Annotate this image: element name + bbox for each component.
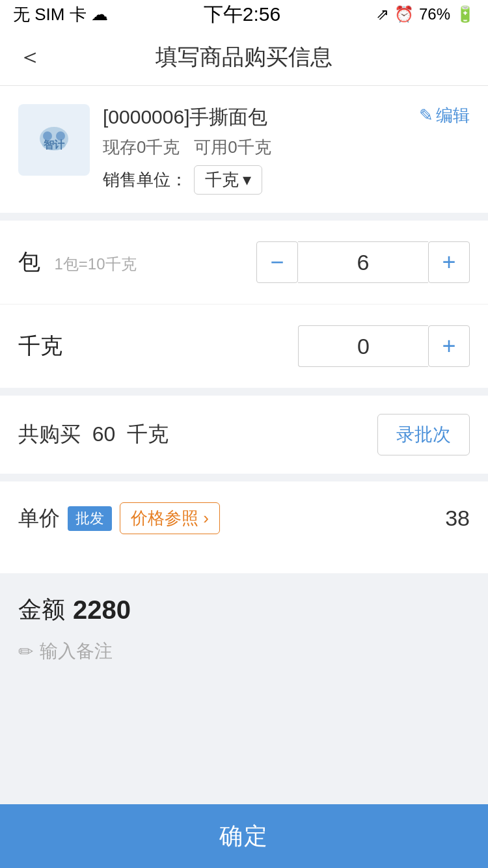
sim-status: 无 SIM 卡 ☁: [13, 3, 108, 26]
total-text: 共购买 60 千克: [18, 420, 169, 449]
alarm-icon: ⏰: [394, 5, 414, 23]
plus-button-bag[interactable]: +: [428, 241, 470, 283]
remark-row[interactable]: ✏ 输入备注: [18, 639, 470, 664]
price-row: 单价 批发 价格参照 › 38: [18, 502, 470, 534]
unit-select[interactable]: 千克 ▾: [194, 165, 262, 195]
stock-available: 可用0千克: [194, 137, 271, 157]
product-logo-icon: 智计: [34, 120, 74, 159]
battery-icon: 🔋: [455, 5, 475, 23]
amount-section: 金额 2280 ✏ 输入备注: [0, 573, 488, 677]
total-row: 共购买 60 千克 录批次: [0, 396, 488, 474]
product-info: [0000006]手撕面包 ✎ 编辑 现存0千克 可用0千克 销售单位： 千克 …: [103, 104, 470, 195]
status-right: ⇗ ⏰ 76% 🔋: [376, 5, 475, 23]
pencil-icon: ✏: [18, 641, 33, 662]
status-left: 无 SIM 卡 ☁: [13, 3, 108, 26]
product-thumbnail: 智计: [18, 104, 90, 176]
qty-row-bag: 包 1包=10千克 − +: [0, 221, 488, 305]
battery-level: 76%: [419, 5, 450, 23]
unit-label: 销售单位：: [103, 169, 187, 191]
amount-label: 金额: [18, 594, 65, 626]
status-time: 下午2:56: [204, 1, 280, 28]
confirm-button[interactable]: 确定: [0, 804, 488, 868]
batch-tag: 批发: [68, 506, 112, 531]
qty-controls-kg: +: [298, 325, 470, 367]
total-unit: 千克: [127, 422, 169, 446]
stock-current: 现存0千克: [103, 137, 180, 157]
svg-text:智计: 智计: [43, 139, 65, 150]
qty-controls-bag: − +: [256, 241, 470, 283]
qty-label-kg: 千克: [18, 331, 298, 361]
price-value: 38: [445, 506, 470, 531]
minus-button-bag[interactable]: −: [256, 241, 298, 283]
plus-button-kg[interactable]: +: [428, 325, 470, 367]
price-label: 单价: [18, 504, 60, 533]
unit-value: 千克: [205, 169, 239, 191]
back-button[interactable]: ＜: [18, 41, 42, 73]
nav-bar: ＜ 填写商品购买信息: [0, 29, 488, 86]
location-icon: ⇗: [376, 5, 389, 23]
product-title: 手撕面包: [189, 106, 267, 128]
product-header: [0000006]手撕面包 ✎ 编辑: [103, 104, 470, 131]
edit-label: 编辑: [436, 104, 470, 127]
edit-icon: ✎: [419, 105, 433, 126]
product-code: [0000006]: [103, 106, 189, 128]
remark-placeholder: 输入备注: [40, 639, 113, 664]
chevron-down-icon: ▾: [243, 170, 251, 190]
status-bar: 无 SIM 卡 ☁ 下午2:56 ⇗ ⏰ 76% 🔋: [0, 0, 488, 29]
price-left: 单价 批发 价格参照 ›: [18, 502, 220, 534]
product-name: [0000006]手撕面包: [103, 104, 419, 131]
product-unit-row: 销售单位： 千克 ▾: [103, 165, 470, 195]
price-section: 单价 批发 价格参照 › 38: [0, 481, 488, 573]
batch-button[interactable]: 录批次: [377, 414, 470, 455]
back-icon: ＜: [18, 43, 42, 70]
qty-hint-bag: 1包=10千克: [54, 255, 136, 273]
qty-row-kg: 千克 +: [0, 305, 488, 388]
page-title: 填写商品购买信息: [156, 42, 332, 72]
edit-button[interactable]: ✎ 编辑: [419, 104, 470, 127]
qty-input-kg[interactable]: [298, 325, 428, 367]
total-amount: 60: [92, 422, 116, 446]
quantity-section: 包 1包=10千克 − + 千克 +: [0, 221, 488, 388]
amount-value: 2280: [73, 595, 131, 625]
qty-label-bag: 包 1包=10千克: [18, 247, 256, 277]
product-card: 智计 [0000006]手撕面包 ✎ 编辑 现存0千克 可用0千克 销售单位： …: [0, 86, 488, 213]
amount-row: 金额 2280: [18, 594, 470, 626]
product-stock: 现存0千克 可用0千克: [103, 136, 470, 159]
qty-input-bag[interactable]: [298, 241, 428, 283]
price-ref-button[interactable]: 价格参照 ›: [120, 502, 220, 534]
content-spacer: [0, 677, 488, 804]
